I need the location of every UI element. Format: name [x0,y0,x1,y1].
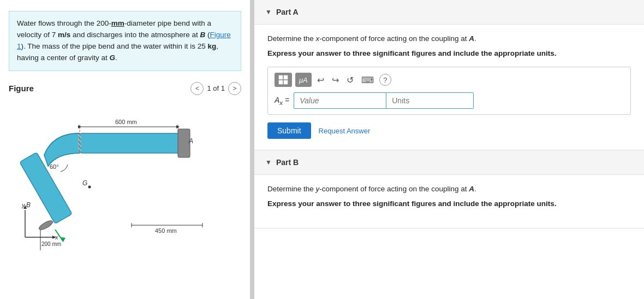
action-row-a: Submit Request Answer [267,122,631,139]
figure-header: Figure < 1 of 1 > [9,80,241,97]
svg-point-22 [88,185,91,188]
mass-unit: kg [207,42,216,50]
mm-unit: mm [111,19,124,27]
units-input-a[interactable] [386,92,474,109]
input-row-a: Ax = [275,92,624,109]
svg-rect-34 [279,80,283,84]
submit-btn-a[interactable]: Submit [267,122,311,139]
svg-text:200 mm: 200 mm [41,241,61,247]
svg-rect-35 [284,80,288,84]
left-panel: Water flows through the 200-mm-diameter … [0,0,251,299]
svg-point-24 [38,219,53,231]
part-b-instruction: Express your answer to three significant… [267,199,631,209]
pipe-figure: x y 600 mm 450 mm 200 mm A [9,106,238,259]
figure-area: x y 600 mm 450 mm 200 mm A [9,106,241,265]
svg-text:G: G [82,179,87,187]
svg-text:450 mm: 450 mm [155,227,177,234]
mu-btn[interactable]: μA [295,73,312,87]
figure-link[interactable]: Figure 1 [17,31,231,50]
part-b-arrow: ▼ [265,159,272,166]
figure-label: Figure [9,84,34,93]
answer-box-a: μA ↩ ↪ ↺ ⌨ ? Ax = [267,67,631,115]
nav-count: 1 of 1 [207,84,225,92]
point-a-ref-b: A [469,185,474,193]
svg-rect-33 [284,75,288,79]
problem-text: Water flows through the 200-mm-diameter … [17,19,231,62]
point-a-ref: A [469,34,474,43]
toolbar-a: μA ↩ ↪ ↺ ⌨ ? [275,73,624,87]
part-b-description: Determine the y-component of force actin… [267,184,631,195]
part-b-header[interactable]: ▼ Part B [254,150,644,175]
right-panel: ▼ Part A Determine the x-component of fo… [254,0,644,299]
point-g: G [110,54,116,62]
nav-prev-button[interactable]: < [190,82,204,95]
part-a-arrow: ▼ [265,8,272,16]
svg-rect-16 [80,133,181,153]
svg-rect-19 [20,152,72,224]
svg-text:600 mm: 600 mm [115,119,137,125]
part-a-section: ▼ Part A Determine the x-component of fo… [254,0,644,150]
help-btn[interactable]: ? [379,74,391,86]
part-a-description: Determine the x-component of force actin… [267,33,631,44]
request-answer-link-a[interactable]: Request Answer [319,127,371,135]
part-b-body: Determine the y-component of force actin… [254,175,644,228]
value-input-a[interactable] [294,92,386,109]
matrix-icon [278,75,288,85]
point-b: B [200,31,205,39]
problem-text-box: Water flows through the 200-mm-diameter … [9,11,241,71]
part-b-section: ▼ Part B Determine the y-component of fo… [254,150,644,228]
velocity-unit: m/s [58,31,70,39]
y-component-label: y [316,185,320,193]
part-a-header[interactable]: ▼ Part A [254,0,644,25]
matrix-btn[interactable] [275,73,292,87]
figure-nav: < 1 of 1 > [190,82,241,95]
x-component-label: x [316,34,320,43]
part-a-body: Determine the x-component of force actin… [254,25,644,150]
keyboard-btn[interactable]: ⌨ [359,74,376,86]
svg-text:A: A [188,137,193,145]
svg-text:60°: 60° [50,163,59,170]
undo-btn[interactable]: ↩ [315,74,326,86]
part-a-instruction: Express your answer to three significant… [267,49,631,59]
part-a-label: Part A [276,8,299,16]
svg-rect-17 [178,129,190,157]
ax-label: Ax = [275,96,289,106]
svg-text:B: B [26,201,31,209]
redo-btn[interactable]: ↪ [330,74,341,86]
part-b-label: Part B [276,158,299,167]
refresh-btn[interactable]: ↺ [344,74,356,86]
svg-rect-32 [279,75,283,79]
nav-next-button[interactable]: > [228,82,241,95]
